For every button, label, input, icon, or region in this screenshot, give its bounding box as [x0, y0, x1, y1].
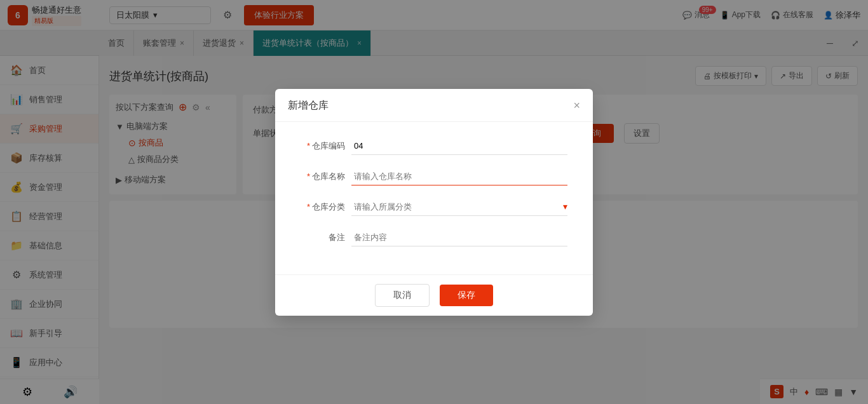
category-select-wrapper: ▾: [351, 198, 567, 216]
remark-form-row: 备注: [301, 229, 567, 246]
code-input[interactable]: [351, 137, 567, 155]
add-warehouse-modal: 新增仓库 × *仓库编码 *仓库名称 *仓库分类: [275, 89, 593, 316]
required-star-category: *: [307, 202, 310, 212]
cancel-button[interactable]: 取消: [375, 284, 430, 307]
category-input[interactable]: [351, 198, 563, 215]
required-star-code: *: [307, 141, 310, 151]
remark-input[interactable]: [351, 229, 567, 246]
category-dropdown-icon[interactable]: ▾: [563, 201, 567, 212]
required-star-name: *: [307, 172, 310, 181]
category-label: *仓库分类: [301, 201, 345, 213]
modal-footer: 取消 保存: [275, 274, 593, 316]
name-input[interactable]: [351, 168, 567, 185]
modal-title: 新增仓库: [288, 99, 329, 112]
remark-label: 备注: [301, 232, 345, 243]
name-form-row: *仓库名称: [301, 168, 567, 185]
modal-body: *仓库编码 *仓库名称 *仓库分类 ▾: [275, 122, 593, 274]
code-label: *仓库编码: [301, 140, 345, 152]
modal-header: 新增仓库 ×: [275, 89, 593, 122]
code-form-row: *仓库编码: [301, 137, 567, 155]
save-button[interactable]: 保存: [440, 285, 493, 306]
modal-close-btn[interactable]: ×: [573, 100, 580, 111]
name-label: *仓库名称: [301, 171, 345, 182]
category-form-row: *仓库分类 ▾: [301, 198, 567, 216]
modal-overlay: 新增仓库 × *仓库编码 *仓库名称 *仓库分类: [0, 0, 868, 404]
